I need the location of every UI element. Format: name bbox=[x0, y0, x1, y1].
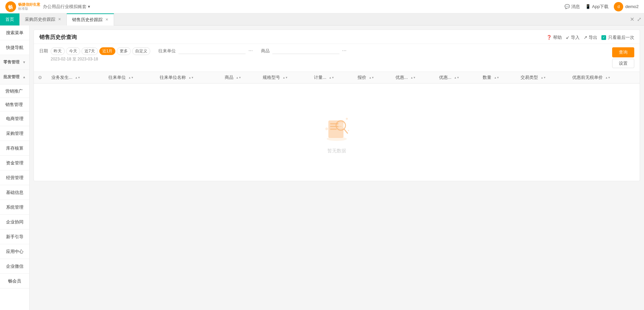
app-name: 办公用品行业模拟账套 bbox=[43, 4, 87, 10]
export-btn[interactable]: ↗ 导出 bbox=[584, 35, 597, 41]
date-btn-1month[interactable]: 近1月 bbox=[99, 47, 116, 55]
user-area[interactable]: d demo2 bbox=[614, 2, 639, 11]
tab-home-label: 首页 bbox=[5, 16, 14, 22]
only-last-label: 只看最后一次 bbox=[608, 35, 634, 41]
sort-pretax-price-icon[interactable]: ▲▼ bbox=[605, 76, 610, 79]
sidebar-item-enterprise-coop[interactable]: 企业协同 bbox=[0, 215, 29, 229]
svg-point-12 bbox=[348, 130, 349, 131]
date-filter-group: 日期 昨天 今天 近7天 近1月 更多 自定义 2023-02-18 至 202… bbox=[39, 47, 150, 62]
sort-spec-icon[interactable]: ▲▼ bbox=[282, 76, 288, 79]
sidebar-item-system[interactable]: 系统管理 bbox=[0, 200, 29, 215]
table-col-spec: 规格型号 ▲▼ bbox=[259, 72, 310, 84]
sidebar-item-retail-mgmt[interactable]: 零售管理 ▼ bbox=[0, 55, 29, 70]
sort-partner-name-icon[interactable]: ▲▼ bbox=[189, 76, 194, 79]
sidebar-item-app-center[interactable]: 应用中心 bbox=[0, 244, 29, 259]
download-btn[interactable]: 📱 App下载 bbox=[585, 4, 608, 10]
partner-input-group: ··· bbox=[178, 47, 253, 54]
sidebar-item-quick-nav[interactable]: 快捷导航 bbox=[0, 40, 29, 55]
svg-line-8 bbox=[344, 129, 347, 133]
product-filter-group: 商品 ··· bbox=[261, 47, 346, 54]
date-btn-custom[interactable]: 自定义 bbox=[132, 47, 150, 55]
partner-dots-btn[interactable]: ··· bbox=[248, 48, 253, 54]
only-last-checkbox[interactable]: ✓ 只看最后一次 bbox=[601, 35, 634, 41]
table-col-discount1: 优惠... ▲▼ bbox=[391, 72, 435, 84]
sidebar-item-member[interactable]: 畅会员 bbox=[0, 274, 29, 289]
page-title-row: 销售历史价查询 ❓ 帮助 ↙ 导入 ↗ 导出 bbox=[34, 30, 640, 44]
sort-discount2-icon[interactable]: ▲▼ bbox=[454, 76, 460, 79]
date-btn-more[interactable]: 更多 bbox=[117, 47, 131, 55]
sort-discount1-icon[interactable]: ▲▼ bbox=[411, 76, 416, 79]
main-layout: 搜索菜单 快捷导航 零售管理 ▼ 批发管理 ▲ 营销推广 销售管理 电商管理 采… bbox=[0, 25, 644, 310]
date-btn-yesterday[interactable]: 昨天 bbox=[51, 47, 65, 55]
sidebar-item-wholesale-mgmt[interactable]: 批发管理 ▲ bbox=[0, 70, 29, 85]
avatar: d bbox=[614, 2, 623, 11]
sidebar-basic-info-label: 基础信息 bbox=[6, 190, 23, 196]
search-button[interactable]: 查询 bbox=[612, 47, 634, 57]
tab-home[interactable]: 首页 bbox=[0, 13, 19, 25]
sort-product-icon[interactable]: ▲▼ bbox=[236, 76, 241, 79]
retail-arrow-icon: ▼ bbox=[22, 60, 26, 64]
sidebar-item-sales-mgmt[interactable]: 销售管理 bbox=[0, 98, 29, 111]
product-filter-label: 商品 bbox=[261, 48, 270, 54]
download-label: App下载 bbox=[592, 4, 608, 10]
maximize-btn[interactable]: ⤢ bbox=[637, 16, 641, 22]
message-btn[interactable]: 💬 消息 bbox=[565, 4, 580, 10]
svg-point-11 bbox=[325, 127, 328, 130]
partner-input[interactable] bbox=[178, 47, 246, 54]
sidebar-item-operations[interactable]: 经营管理 bbox=[0, 170, 29, 185]
empty-state-text: 暂无数据 bbox=[327, 148, 346, 154]
tab-sales-close[interactable]: ✕ bbox=[105, 18, 108, 21]
product-input[interactable] bbox=[272, 47, 339, 54]
tab-purchase-history[interactable]: 采购历史价跟踪 ✕ bbox=[19, 13, 67, 25]
data-table: ⚙ 业务发生... ▲▼ 往来单位 ▲▼ 往来单位名称 bbox=[34, 72, 640, 84]
sidebar-item-ecommerce[interactable]: 电商管理 bbox=[0, 111, 29, 126]
sort-quote-icon[interactable]: ▲▼ bbox=[369, 76, 374, 79]
sidebar-item-enterprise-wechat[interactable]: 企业微信 bbox=[0, 259, 29, 274]
sidebar-newbie-label: 新手引导 bbox=[6, 234, 23, 240]
avatar-initial: d bbox=[618, 4, 620, 9]
close-all-tabs-btn[interactable]: ✕ bbox=[630, 16, 634, 22]
tab-bar-controls: ✕ ⤢ bbox=[630, 16, 644, 22]
app-selector[interactable]: 办公用品行业模拟账套 ▾ bbox=[43, 4, 90, 10]
table-settings-icon[interactable]: ⚙ bbox=[38, 75, 42, 80]
sort-partner-code-icon[interactable]: ▲▼ bbox=[128, 76, 134, 79]
partner-filter-label: 往来单位 bbox=[158, 48, 176, 54]
date-btn-7days[interactable]: 近7天 bbox=[82, 47, 98, 55]
sidebar-item-purchase[interactable]: 采购管理 bbox=[0, 126, 29, 141]
tab-purchase-label: 采购历史价跟踪 bbox=[25, 16, 55, 22]
help-btn[interactable]: ❓ 帮助 bbox=[546, 35, 562, 41]
sort-unit-icon[interactable]: ▲▼ bbox=[329, 76, 334, 79]
svg-rect-6 bbox=[330, 128, 337, 130]
svg-point-10 bbox=[346, 118, 348, 120]
sort-biz-date-icon[interactable]: ▲▼ bbox=[75, 76, 80, 79]
filter-row: 日期 昨天 今天 近7天 近1月 更多 自定义 2023-02-18 至 202… bbox=[34, 44, 640, 72]
empty-state: 暂无数据 bbox=[34, 84, 640, 181]
product-dots-btn[interactable]: ··· bbox=[342, 48, 346, 54]
sidebar-finance-label: 资金管理 bbox=[6, 160, 23, 166]
sidebar-item-basic-info[interactable]: 基础信息 bbox=[0, 185, 29, 200]
logo-area: 畅 畅捷信好生意 标准版 bbox=[5, 1, 40, 12]
message-icon: 💬 bbox=[565, 4, 570, 9]
table-col-biz-date: 业务发生... ▲▼ bbox=[47, 72, 104, 84]
date-filter-label: 日期 bbox=[39, 48, 48, 54]
logo-title: 畅捷信好生意 bbox=[18, 2, 40, 7]
sort-trade-type-icon[interactable]: ▲▼ bbox=[541, 76, 546, 79]
sidebar-item-finance[interactable]: 资金管理 bbox=[0, 156, 29, 170]
app-logo-icon: 畅 bbox=[5, 1, 16, 12]
tab-purchase-close[interactable]: ✕ bbox=[58, 17, 61, 21]
sidebar-item-search-menu[interactable]: 搜索菜单 bbox=[0, 25, 29, 40]
sidebar-item-marketing[interactable]: 营销推广 bbox=[0, 85, 29, 98]
import-btn[interactable]: ↙ 导入 bbox=[566, 35, 580, 41]
sidebar-item-inventory[interactable]: 库存核算 bbox=[0, 141, 29, 156]
tab-sales-history[interactable]: 销售历史价跟踪 ✕ bbox=[67, 13, 114, 25]
date-btn-today[interactable]: 今天 bbox=[66, 47, 80, 55]
sidebar-item-newbie-guide[interactable]: 新手引导 bbox=[0, 229, 29, 244]
table-col-product: 商品 ▲▼ bbox=[221, 72, 259, 84]
table-col-unit: 计量... ▲▼ bbox=[310, 72, 354, 84]
sort-quantity-icon[interactable]: ▲▼ bbox=[494, 76, 499, 79]
help-label: 帮助 bbox=[553, 35, 562, 41]
filter-settings-button[interactable]: 设置 bbox=[612, 59, 634, 68]
page-title-actions: ❓ 帮助 ↙ 导入 ↗ 导出 ✓ 只看最后一次 bbox=[546, 35, 634, 41]
svg-text:畅: 畅 bbox=[8, 4, 13, 10]
table-col-discount2: 优惠... ▲▼ bbox=[435, 72, 479, 84]
